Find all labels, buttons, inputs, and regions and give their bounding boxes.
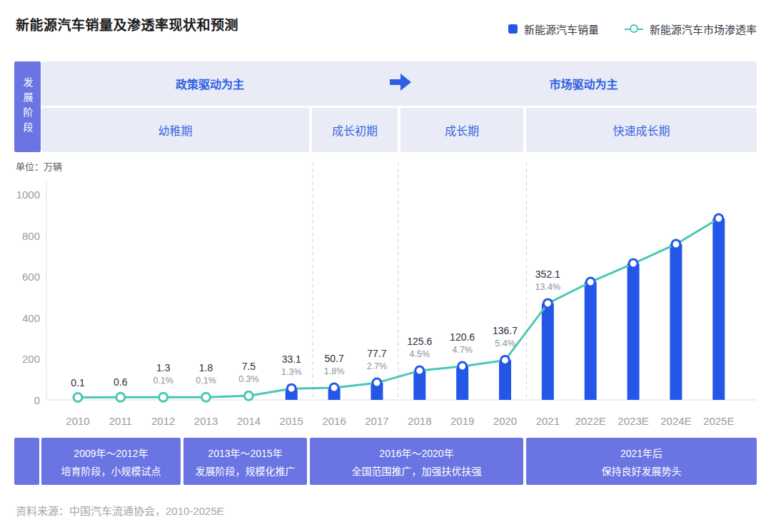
line-marker-2016 <box>330 383 338 392</box>
timeline-band-after-2021: 2021年后 保持良好发展势头 <box>526 438 757 485</box>
timeline-band-2013-2015: 2013年～2015年 发展阶段，规模化推广 <box>183 438 307 485</box>
line-marker-2022E <box>586 278 595 286</box>
timeline-side-block <box>14 438 39 485</box>
timeline-desc: 发展阶段，规模化推广 <box>196 463 296 478</box>
sales-bar-2025E <box>712 219 725 400</box>
line-marker-2011 <box>116 393 125 401</box>
line-marker-2015 <box>287 384 296 393</box>
sales-bar-2020 <box>499 360 511 400</box>
timeline-band-2009-2012: 2009年～2012年 培育阶段，小规模试点 <box>41 438 181 485</box>
data-source-note: 资料来源：中国汽车流通协会，2010-2025E <box>16 503 224 518</box>
timeline-desc: 全国范围推广，加强扶优扶强 <box>352 463 482 478</box>
timeline-band-2016-2020: 2016年～2020年 全国范围推广，加强扶优扶强 <box>310 438 523 485</box>
sales-bar-2021 <box>542 303 554 400</box>
timeline-period: 2013年～2015年 <box>208 446 282 460</box>
line-marker-2023E <box>629 259 638 268</box>
line-marker-2010 <box>74 393 82 402</box>
line-marker-2025E <box>715 214 723 223</box>
line-marker-2012 <box>159 393 168 401</box>
line-marker-2018 <box>415 366 424 375</box>
timeline-period: 2016年～2020年 <box>379 446 453 460</box>
sales-bar-2024E <box>670 244 682 400</box>
line-marker-2013 <box>202 393 211 401</box>
timeline-period: 2009年～2012年 <box>74 446 148 460</box>
sales-bar-2022E <box>585 282 597 400</box>
line-marker-2021 <box>543 299 552 308</box>
line-marker-2014 <box>244 391 253 400</box>
timeline-period: 2021年后 <box>620 446 662 460</box>
line-marker-2017 <box>373 378 381 387</box>
timeline-desc: 保持良好发展势头 <box>602 463 682 478</box>
sales-bar-2023E <box>628 264 640 400</box>
timeline-desc: 培育阶段，小规模试点 <box>61 463 161 478</box>
line-marker-2024E <box>672 240 680 249</box>
line-marker-2020 <box>501 356 510 364</box>
line-marker-2019 <box>458 362 467 371</box>
